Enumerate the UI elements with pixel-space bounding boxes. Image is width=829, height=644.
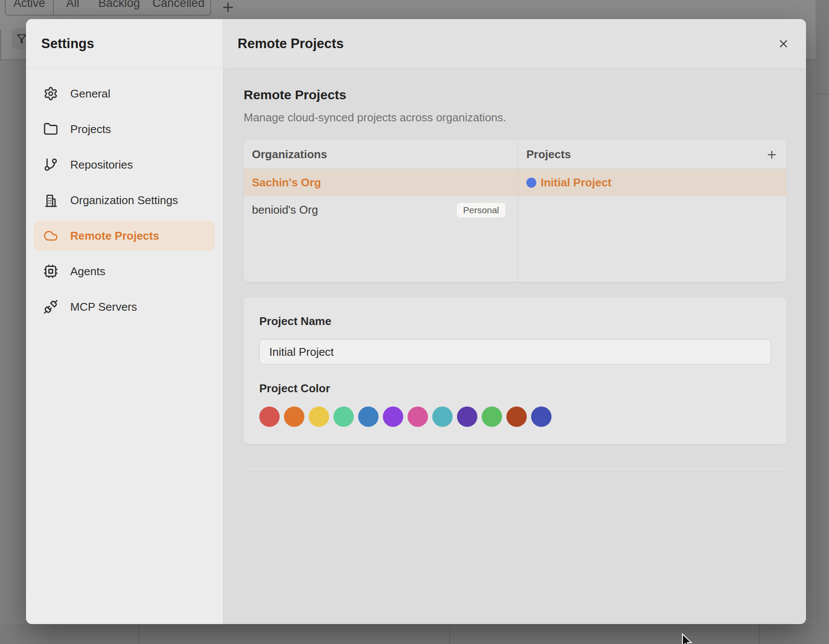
plus-icon bbox=[766, 149, 778, 161]
color-swatch-rust[interactable] bbox=[506, 407, 527, 427]
color-swatch-deep-purple[interactable] bbox=[457, 407, 477, 427]
color-swatch-red[interactable] bbox=[259, 407, 280, 427]
sidebar-item-mcp-servers[interactable]: MCP Servers bbox=[34, 292, 215, 322]
org-row-sachins[interactable]: Sachin's Org bbox=[244, 169, 518, 196]
settings-modal: Settings General Projects Repositories bbox=[26, 19, 806, 624]
org-projects-table: Organizations Sachin's Org benioid's Org… bbox=[244, 140, 787, 282]
tab-active[interactable]: Active bbox=[6, 0, 54, 15]
tab-all[interactable]: All bbox=[54, 0, 91, 15]
panel-header: Remote Projects bbox=[223, 19, 806, 68]
backdrop-column-line bbox=[759, 624, 760, 644]
sidebar-item-organization-settings[interactable]: Organization Settings bbox=[34, 185, 215, 215]
sidebar-item-label: General bbox=[70, 87, 111, 101]
project-form-card: Project Name Project Color bbox=[244, 297, 787, 444]
building-icon bbox=[43, 193, 58, 208]
settings-nav: General Projects Repositories Organizati… bbox=[26, 68, 223, 322]
sidebar-item-general[interactable]: General bbox=[34, 78, 215, 109]
color-swatch-yellow[interactable] bbox=[309, 407, 329, 427]
organizations-column: Organizations Sachin's Org benioid's Org… bbox=[244, 140, 518, 282]
backdrop-column-line bbox=[449, 624, 450, 644]
color-swatch-orange[interactable] bbox=[284, 407, 304, 427]
project-color-label: Project Color bbox=[259, 382, 771, 395]
sidebar-item-label: Remote Projects bbox=[70, 229, 159, 243]
backdrop-bottom-strip bbox=[0, 624, 829, 644]
section-heading: Remote Projects bbox=[244, 88, 787, 102]
settings-title: Settings bbox=[41, 36, 94, 52]
cpu-icon bbox=[43, 264, 58, 279]
backdrop-column-line bbox=[139, 624, 140, 644]
backdrop-right-divider bbox=[816, 94, 829, 94]
color-swatch-teal[interactable] bbox=[432, 407, 453, 427]
backdrop-left-edge bbox=[0, 29, 1, 61]
folder-icon bbox=[43, 122, 58, 137]
add-project-button[interactable] bbox=[765, 148, 779, 162]
tab-active-label: Active bbox=[13, 0, 46, 10]
personal-badge: Personal bbox=[457, 203, 506, 218]
panel-title: Remote Projects bbox=[238, 36, 344, 52]
project-name: Initial Project bbox=[541, 176, 611, 189]
color-swatch-indigo[interactable] bbox=[531, 407, 552, 427]
sidebar-item-label: Repositories bbox=[70, 158, 133, 172]
backdrop-right-panel bbox=[816, 0, 829, 644]
color-swatch-violet[interactable] bbox=[383, 407, 403, 427]
color-swatches bbox=[259, 407, 771, 427]
sidebar-item-label: MCP Servers bbox=[70, 300, 137, 314]
project-name-input[interactable] bbox=[259, 339, 771, 364]
color-swatch-mint[interactable] bbox=[333, 407, 354, 427]
sidebar-item-label: Agents bbox=[70, 265, 105, 278]
git-branch-icon bbox=[43, 157, 58, 172]
tab-backlog-label: Backlog bbox=[98, 0, 140, 10]
sidebar-item-repositories[interactable]: Repositories bbox=[34, 150, 215, 180]
tab-backlog[interactable]: Backlog bbox=[91, 0, 147, 15]
color-swatch-blue[interactable] bbox=[358, 407, 379, 427]
project-color-dot bbox=[526, 178, 536, 188]
color-swatch-green[interactable] bbox=[482, 407, 502, 427]
settings-main-panel: Remote Projects Remote Projects Manage c… bbox=[223, 19, 806, 624]
content-divider bbox=[244, 468, 787, 469]
tab-all-label: All bbox=[66, 0, 79, 10]
mouse-cursor bbox=[681, 633, 694, 644]
projects-column: Projects Initial Project bbox=[518, 140, 787, 282]
project-name-label: Project Name bbox=[259, 315, 771, 328]
project-row-initial[interactable]: Initial Project bbox=[518, 169, 787, 196]
tab-cancelled[interactable]: Cancelled bbox=[147, 0, 210, 15]
sidebar-item-remote-projects[interactable]: Remote Projects bbox=[34, 221, 215, 251]
plug-icon bbox=[43, 299, 58, 314]
cloud-icon bbox=[43, 228, 58, 243]
panel-content: Remote Projects Manage cloud-synced proj… bbox=[223, 68, 806, 469]
org-row-benioids[interactable]: benioid's Org Personal bbox=[244, 196, 518, 224]
sidebar-item-agents[interactable]: Agents bbox=[34, 256, 215, 286]
org-name: benioid's Org bbox=[252, 203, 318, 217]
section-subtitle: Manage cloud-synced projects across orga… bbox=[244, 111, 787, 124]
color-swatch-pink[interactable] bbox=[408, 407, 428, 427]
close-icon bbox=[777, 38, 790, 50]
sidebar-item-label: Projects bbox=[70, 123, 111, 136]
tab-cancelled-label: Cancelled bbox=[153, 0, 205, 10]
plus-icon bbox=[221, 0, 235, 15]
gear-icon bbox=[43, 86, 58, 101]
sidebar-item-label: Organization Settings bbox=[70, 194, 178, 207]
sidebar-item-projects[interactable]: Projects bbox=[34, 114, 215, 144]
projects-header: Projects bbox=[518, 140, 787, 169]
close-button[interactable] bbox=[777, 37, 790, 50]
organizations-header: Organizations bbox=[244, 140, 518, 169]
settings-sidebar: Settings General Projects Repositories bbox=[26, 19, 223, 624]
add-tab-button[interactable] bbox=[221, 0, 235, 15]
view-tabs: Active All Backlog Cancelled bbox=[5, 0, 211, 16]
sidebar-header: Settings bbox=[26, 19, 223, 68]
